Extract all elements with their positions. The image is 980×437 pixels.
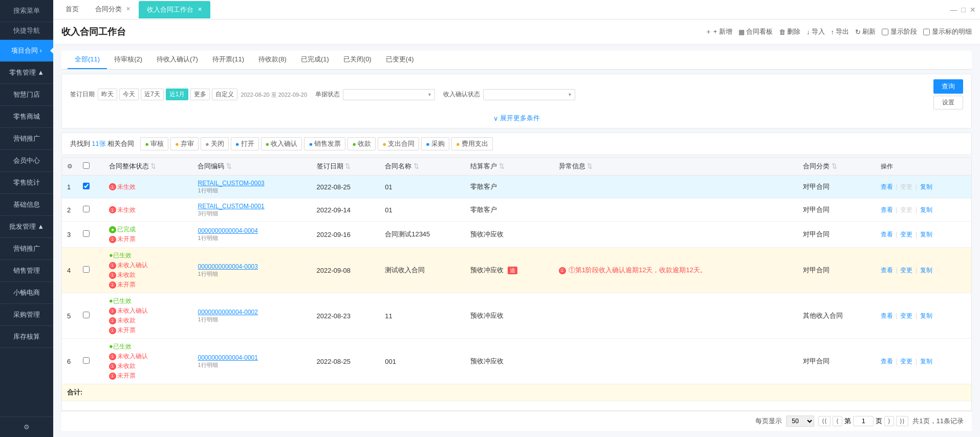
filter-tab-changed[interactable]: 已变更(4)	[379, 51, 421, 69]
page-prev-button[interactable]: ⟨	[833, 416, 842, 426]
sidebar-settings[interactable]: ⚙	[0, 417, 53, 437]
action-view[interactable]: 查看	[881, 312, 893, 319]
delete-button[interactable]: 🗑 删除	[779, 27, 800, 36]
sidebar-item-member[interactable]: 会员中心	[0, 150, 53, 172]
sidebar-item-retail-stats[interactable]: 零售统计	[0, 172, 53, 194]
export-button[interactable]: ↑ 导出	[831, 27, 850, 36]
import-button[interactable]: ↓ 导入	[807, 27, 825, 36]
sort-icon[interactable]: ⇅	[150, 162, 156, 170]
expand-conditions-button[interactable]: ∨ 展开更多条件	[493, 114, 540, 123]
sidebar-item-retail-mall[interactable]: 零售商城	[0, 106, 53, 128]
filter-tab-pending-payment[interactable]: 待收款(8)	[251, 51, 294, 69]
filter-tab-all[interactable]: 全部(11)	[68, 51, 107, 69]
action-change[interactable]: 变更	[900, 231, 912, 238]
show-detail-checkbox[interactable]: 显示标的明细	[923, 27, 972, 36]
sidebar-item-smart-store[interactable]: 智慧门店	[0, 84, 53, 106]
search-button[interactable]: 查询	[933, 79, 963, 94]
tab-contract-type-close[interactable]: ✕	[126, 6, 130, 12]
filter-tab-closed[interactable]: 已关闭(0)	[336, 51, 379, 69]
col-settings[interactable]: ⚙	[62, 158, 78, 176]
collection-button[interactable]: ● 收款	[347, 137, 376, 150]
open-button[interactable]: ● 打开	[231, 137, 259, 150]
contract-code-link[interactable]: 0000000000004-0004	[198, 227, 257, 234]
sales-invoice-button[interactable]: ● 销售发票	[304, 137, 345, 150]
show-phase-input[interactable]	[882, 29, 888, 35]
tab-income-workbench[interactable]: 收入合同工作台 ✕	[139, 1, 210, 18]
sort-icon[interactable]: ⇅	[345, 162, 351, 170]
income-confirm-select[interactable]	[483, 89, 575, 100]
page-first-button[interactable]: ⟨⟨	[818, 416, 831, 426]
action-view[interactable]: 查看	[881, 206, 893, 213]
row-select-checkbox[interactable]	[83, 230, 90, 237]
settings-button[interactable]: 设置	[933, 96, 963, 110]
action-copy[interactable]: 复制	[920, 267, 932, 274]
sort-icon[interactable]: ⇅	[413, 162, 419, 170]
row-select-checkbox[interactable]	[83, 357, 90, 364]
sidebar-item-inventory[interactable]: 库存核算	[0, 326, 53, 348]
sort-icon[interactable]: ⇅	[226, 162, 232, 170]
filter-tab-pending-invoice[interactable]: 待开票(11)	[205, 51, 251, 69]
tab-contract-type[interactable]: 合同分类 ✕	[87, 1, 139, 19]
purchase-button[interactable]: ● 采购	[421, 137, 449, 150]
row-select-checkbox[interactable]	[83, 312, 90, 318]
action-copy[interactable]: 复制	[920, 231, 932, 238]
select-all-checkbox[interactable]	[83, 162, 90, 169]
refresh-button[interactable]: ↻ 刷新	[855, 27, 876, 36]
sidebar-item-marketing2[interactable]: 营销推广	[0, 238, 53, 260]
doc-status-select[interactable]	[343, 89, 435, 100]
page-size-select[interactable]: 50 10 20 100	[786, 416, 814, 427]
close-button[interactable]: ✕	[970, 6, 976, 14]
date-btn-yesterday[interactable]: 昨天	[98, 89, 117, 100]
date-btn-last1month[interactable]: 近1月	[166, 89, 189, 100]
action-change[interactable]: 变更	[900, 183, 912, 190]
date-btn-custom[interactable]: 自定义	[212, 89, 237, 100]
sidebar-item-project[interactable]: 项目合同 ›	[0, 40, 53, 62]
page-next-button[interactable]: ⟩	[884, 416, 894, 426]
income-confirm-button[interactable]: ● 收入确认	[261, 137, 302, 150]
sidebar-item-marketing[interactable]: 营销推广	[0, 128, 53, 150]
contract-code-link[interactable]: RETAIL_CUSTOM-0003	[198, 180, 264, 187]
contract-panel-button[interactable]: ▦ 合同看板	[738, 27, 773, 36]
sidebar-item-wholesale[interactable]: 批发管理 ▲	[0, 216, 53, 238]
expense-out-button[interactable]: ● 支出合同	[378, 137, 419, 150]
filter-tab-pending-review[interactable]: 待审核(2)	[107, 51, 149, 69]
sidebar-item-retail-mgmt[interactable]: 零售管理 ▲	[0, 62, 53, 84]
contract-code-link[interactable]: RETAIL_CUSTOM-0001	[198, 203, 264, 210]
close-btn[interactable]: ● 关闭	[201, 137, 229, 150]
action-view[interactable]: 查看	[881, 267, 893, 274]
date-btn-today[interactable]: 今天	[119, 89, 139, 100]
sidebar-item-purchase[interactable]: 采购管理	[0, 304, 53, 326]
row-select-checkbox[interactable]	[83, 206, 90, 212]
minimize-button[interactable]: —	[950, 6, 957, 14]
contract-code-link[interactable]: 0000000000004-0002	[198, 309, 257, 316]
expense-pay-button[interactable]: ● 费用支出	[451, 137, 493, 150]
action-copy[interactable]: 复制	[920, 206, 932, 213]
show-detail-input[interactable]	[923, 29, 930, 35]
row-select-checkbox[interactable]	[83, 266, 90, 273]
contract-code-link[interactable]: 0000000000004-0003	[198, 263, 257, 270]
date-btn-last7[interactable]: 近7天	[141, 89, 164, 100]
show-phase-checkbox[interactable]: 显示阶段	[882, 27, 917, 36]
sort-icon[interactable]: ⇅	[499, 162, 505, 170]
page-last-button[interactable]: ⟩⟩	[896, 416, 908, 426]
date-btn-more[interactable]: 更多	[190, 89, 210, 100]
action-change[interactable]: 变更	[900, 358, 912, 365]
action-view[interactable]: 查看	[881, 231, 893, 238]
sort-icon[interactable]: ⇅	[587, 162, 593, 170]
action-view[interactable]: 查看	[881, 358, 893, 365]
sort-icon[interactable]: ⇅	[832, 162, 837, 170]
action-copy[interactable]: 复制	[920, 183, 932, 190]
sidebar-item-base-info[interactable]: 基础信息	[0, 194, 53, 216]
maximize-button[interactable]: □	[962, 6, 966, 14]
contract-code-link[interactable]: 0000000000004-0001	[198, 354, 257, 361]
count-link[interactable]: 11张	[92, 140, 105, 147]
tab-income-workbench-close[interactable]: ✕	[198, 6, 202, 13]
sidebar-nav[interactable]: 快捷导航	[0, 22, 53, 40]
sidebar-item-xiaochang[interactable]: 小畅电商	[0, 282, 53, 304]
sidebar-search[interactable]: 搜索菜单	[0, 0, 53, 22]
action-copy[interactable]: 复制	[920, 358, 932, 365]
action-change[interactable]: 变更	[900, 206, 912, 213]
action-view[interactable]: 查看	[881, 183, 893, 190]
abandon-button[interactable]: ● 弃审	[170, 137, 199, 150]
action-change[interactable]: 变更	[900, 312, 912, 319]
